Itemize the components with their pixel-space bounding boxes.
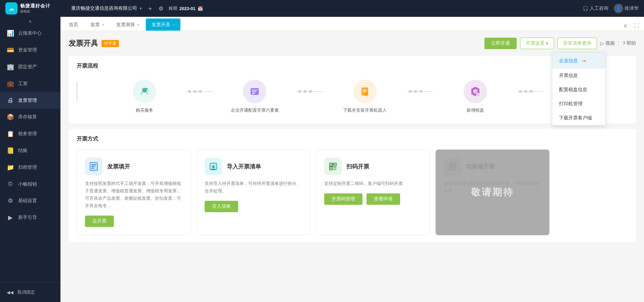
- sidebar-item-cloud-report[interactable]: 📊 云报表中心: [0, 25, 60, 42]
- tab-invoice-calc[interactable]: 发票测算 ×: [111, 18, 145, 31]
- svg-rect-36: [334, 169, 335, 170]
- fill-invoice-btn[interactable]: 去开票: [85, 216, 114, 227]
- scan-manage-btn[interactable]: 开票码管理: [324, 193, 362, 205]
- video-label: 视频: [605, 40, 615, 46]
- user-avatar: 👤: [614, 4, 623, 13]
- tab-invoice-list[interactable]: 发票 ×: [85, 18, 110, 31]
- tab-bar: 首页 发票 × 发票测算 × 发票开具 × ✕ ⛶: [60, 17, 644, 31]
- logo-title: 畅捷通好会计: [20, 3, 50, 9]
- abnormal-list-btn[interactable]: 异常清单查询: [557, 38, 597, 49]
- sidebar-item-label: 新手引导: [18, 215, 37, 221]
- flow-section-title: 开票流程: [77, 63, 628, 70]
- settings-dropdown-menu: 企业信息 → 开票信息 配置税盘信息 打印机管理 下载开票客户端: [552, 52, 606, 125]
- dropdown-item-label: 打印机管理: [559, 101, 583, 107]
- cloud-report-icon: 📊: [7, 30, 14, 37]
- sidebar-item-fixed-assets[interactable]: 🏢 固定资产: [0, 59, 60, 75]
- sidebar-item-inventory[interactable]: 📦 库存核算: [0, 109, 60, 125]
- user-name: 徐泽华: [625, 5, 639, 11]
- sidebar: ▲ 📊 云报表中心 💳 资金管理 🏢 固定资产 💼 工资 🖨 发票管理 📦 库存…: [0, 17, 60, 302]
- logo-area: ☁ 畅捷通好会计 旗舰版: [5, 2, 66, 14]
- billing-card-scan-header: 扫码开票: [324, 158, 422, 175]
- config-icon: [243, 80, 266, 103]
- tab-maximize-btn[interactable]: ⛶: [632, 21, 641, 31]
- sidebar-item-label: 税务管理: [18, 131, 37, 137]
- add-tax-label: 新增税盘: [467, 107, 484, 113]
- video-btn[interactable]: ▷ 视频: [600, 40, 615, 46]
- sidebar-scroll-up[interactable]: ▲: [0, 17, 60, 25]
- sidebar-item-settings[interactable]: ⚙ 基础设置: [0, 192, 60, 209]
- import-invoice-title: 导入开票清单: [227, 163, 261, 171]
- dropdown-item-download-client[interactable]: 下载开票客户端: [552, 111, 605, 125]
- calendar-icon[interactable]: 📅: [198, 6, 203, 11]
- flow-steps: 购买服务 企业开通配置开票六要素: [77, 76, 628, 117]
- sidebar-item-report[interactable]: © 小畅报销: [0, 176, 60, 192]
- headset-icon: 🎧: [583, 6, 588, 11]
- dropdown-item-company-info[interactable]: 企业信息 →: [552, 53, 605, 69]
- company-name: 重庆畅捷交通信息咨询有限公司: [71, 5, 137, 11]
- view-apply-btn[interactable]: 查看申请: [367, 193, 400, 205]
- sidebar-item-guide[interactable]: ▶ 新手引导: [0, 209, 60, 226]
- svg-point-1: [145, 88, 147, 90]
- add-tax-icon: 税: [464, 80, 487, 103]
- tab-bar-actions: ✕ ⛶: [620, 21, 644, 31]
- tab-invoice-calc-label: 发票测算: [116, 22, 135, 28]
- add-icon[interactable]: ＋: [147, 4, 153, 12]
- flow-connector-4: [518, 91, 543, 102]
- dropdown-item-invoice-info[interactable]: 开票信息: [552, 69, 605, 83]
- service-btn[interactable]: 🎧 人工咨询: [583, 5, 608, 11]
- sidebar-item-label: 发票管理: [18, 98, 37, 104]
- tab-close-btn[interactable]: ✕: [620, 21, 630, 31]
- header-actions: ＋ ⚙ 账期 2023-01 📅: [147, 4, 203, 12]
- invoice-settings-btn[interactable]: 开票设置 ▾: [520, 38, 554, 49]
- svg-rect-32: [334, 164, 336, 165]
- flow-step-add-tax: 税 新增税盘: [433, 80, 517, 113]
- help-btn[interactable]: ? 帮助: [622, 40, 636, 46]
- activate-btn[interactable]: 立即开通: [484, 38, 517, 49]
- settings-dropdown-arrow: ▾: [546, 41, 548, 46]
- sidebar-item-invoice[interactable]: 🖨 发票管理: [0, 92, 60, 109]
- dropdown-item-printer[interactable]: 打印机管理: [552, 97, 605, 111]
- tab-invoice-list-close[interactable]: ×: [102, 23, 104, 27]
- tab-invoice-calc-close[interactable]: ×: [137, 23, 139, 27]
- sidebar-item-label: 归档管理: [18, 164, 37, 171]
- billing-card-import-header: 导入开票清单: [205, 158, 302, 175]
- salary-icon: 💼: [7, 80, 14, 87]
- svg-text:☺: ☺: [365, 93, 368, 97]
- billing-card-import: 导入开票清单 支持导入待开票清单，可对待开票清单进行拆分、合并处理。 导入清单: [196, 149, 310, 235]
- fill-invoice-title: 发票填开: [107, 163, 130, 171]
- tab-home-label: 首页: [69, 22, 78, 28]
- billing-card-scan: 扫码开票 支持定制开票二维码，客户端可扫码开票 开票码管理 查看申请: [316, 149, 430, 235]
- tab-home[interactable]: 首页: [63, 18, 84, 31]
- page-title-row: 发票开具 待开通 立即开通 开票设置 ▾ 异常清单查询 ▷ 视频 | ? 帮助: [69, 38, 636, 49]
- sidebar-item-archive[interactable]: 📁 归档管理: [0, 159, 60, 176]
- sidebar-item-accounts[interactable]: 📒 结账: [0, 142, 60, 159]
- sidebar-item-funds[interactable]: 💳 资金管理: [0, 42, 60, 59]
- svg-rect-31: [330, 164, 332, 165]
- play-icon: ▷: [600, 41, 604, 46]
- company-selector[interactable]: 重庆畅捷交通信息咨询有限公司 ▾: [66, 5, 147, 11]
- settings-sidebar-icon: ⚙: [7, 197, 14, 204]
- logo-text: 畅捷通好会计 旗舰版: [20, 3, 50, 14]
- company-dropdown-arrow: ▾: [140, 6, 142, 11]
- tab-invoice-open[interactable]: 发票开具 ×: [146, 18, 180, 31]
- import-invoice-btn[interactable]: 导入清单: [205, 201, 238, 212]
- import-invoice-desc: 支持导入待开票清单，可对待开票清单进行拆分、合并处理。: [205, 180, 302, 195]
- sidebar-item-label: 固定资产: [18, 64, 37, 70]
- status-badge: 待开通: [101, 40, 119, 47]
- buy-service-label: 购买服务: [136, 107, 153, 113]
- sidebar-bottom: ◀◀ 取消固定: [0, 282, 60, 302]
- sidebar-item-tax[interactable]: 📋 税务管理: [0, 125, 60, 142]
- flow-section: 开票流程 购买服务: [69, 56, 636, 123]
- dropdown-item-tax-config[interactable]: 配置税盘信息: [552, 83, 605, 97]
- cancel-pin-btn[interactable]: ◀◀ 取消固定: [0, 286, 60, 299]
- sidebar-item-salary[interactable]: 💼 工资: [0, 75, 60, 92]
- page-title: 发票开具 待开通: [69, 38, 119, 48]
- title-actions: 立即开通 开票设置 ▾ 异常清单查询 ▷ 视频 | ? 帮助: [484, 38, 636, 49]
- settings-icon[interactable]: ⚙: [159, 5, 163, 12]
- user-profile[interactable]: 👤 徐泽华: [614, 4, 639, 13]
- svg-rect-37: [335, 169, 336, 170]
- dropdown-item-label: 配置税盘信息: [559, 87, 587, 93]
- tab-invoice-open-close[interactable]: ×: [172, 23, 175, 27]
- svg-rect-35: [335, 167, 336, 168]
- dropdown-item-label: 开票信息: [559, 73, 578, 79]
